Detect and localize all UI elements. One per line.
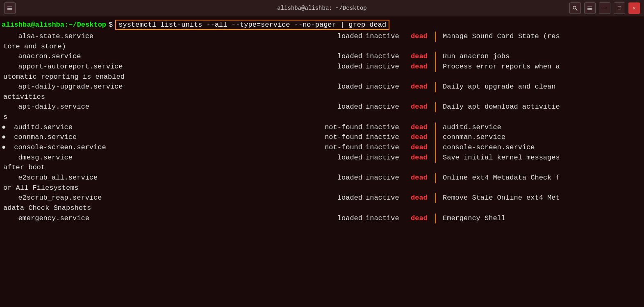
active-status: inactive [362,32,407,42]
sub-status: dead [407,62,436,72]
active-status: inactive [362,214,407,224]
titlebar-left-controls [4,2,16,14]
svg-rect-7 [587,9,592,10]
load-status: loaded [313,193,362,203]
bullet [2,102,10,112]
unit-name: dmesg.service [10,153,313,163]
terminal-row: e2scrub_all.serviceloadedinactivedeadOnl… [2,173,642,183]
description: Remove Stale Online ext4 Met [436,193,560,203]
bullet: ● [2,123,10,133]
unit-name: anacron.service [10,52,313,62]
window: alishba@alishba: ~/Desktop — □ ✕ al [0,0,644,307]
sub-status: dead [407,173,436,183]
description: Save initial kernel messages [436,153,560,163]
load-status: loaded [313,173,362,183]
load-status: loaded [313,62,362,72]
sub-status: dead [407,143,436,153]
bullet [2,82,10,92]
svg-rect-5 [587,7,592,7]
load-status: loaded [313,32,362,42]
terminal-row: anacron.serviceloadedinactivedeadRun ana… [2,52,642,62]
sub-status: dead [407,153,436,163]
active-status: inactive [362,102,407,112]
sub-status: dead [407,123,436,133]
bullet [2,153,10,163]
load-status: not-found [313,143,362,153]
prompt-user: alishba@alishba [2,21,64,29]
svg-rect-1 [7,8,12,9]
terminal-row: alsa-state.serviceloadedinactivedeadMana… [2,32,642,42]
bullet: ● [2,143,10,153]
svg-rect-2 [7,9,12,10]
bullet [2,32,10,42]
terminal-row: ● connman.servicenot-foundinactivedeadco… [2,132,642,143]
menu-button[interactable] [584,2,596,14]
bullet [2,173,10,183]
active-status: inactive [362,193,407,203]
command-text: systemctl list-units --all --type=servic… [115,20,389,30]
active-status: inactive [362,123,407,133]
unit-name: console-screen.service [10,143,313,153]
description: auditd.service [436,123,501,133]
minimize-button[interactable]: — [599,2,610,14]
bullet [2,62,10,72]
active-status: inactive [362,132,407,143]
svg-point-3 [573,6,576,9]
unit-name: alsa-state.service [10,32,313,42]
description: connman.service [436,132,505,143]
description: console-screen.service [436,143,535,153]
unit-name: connman.service [10,132,313,143]
maximize-button[interactable]: □ [614,2,625,14]
sub-status: dead [407,52,436,62]
unit-name: auditd.service [10,123,313,133]
load-status: loaded [313,153,362,163]
description: Daily apt upgrade and clean [436,82,555,92]
description: Online ext4 Metadata Check f [436,173,560,183]
description: Emergency Shell [436,214,505,224]
terminal-row: apport-autoreport.serviceloadedinactived… [2,62,642,72]
load-status: not-found [313,123,362,133]
unit-name: emergency.service [10,214,313,224]
bullet [2,214,10,224]
load-status: loaded [313,102,362,112]
window-title: alishba@alishba: ~/Desktop [277,5,366,11]
unit-name: apt-daily.service [10,102,313,112]
terminal-row: apt-daily.serviceloadedinactivedeadDaily… [2,102,642,112]
sub-status: dead [407,214,436,224]
active-status: inactive [362,143,407,153]
description: Process error reports when a [436,62,560,72]
active-status: inactive [362,82,407,92]
svg-rect-0 [7,7,12,7]
titlebar: alishba@alishba: ~/Desktop — □ ✕ [0,0,644,16]
terminal-row: apt-daily-upgrade.serviceloadedinactived… [2,82,642,92]
terminal-row: emergency.serviceloadedinactivedeadEmerg… [2,214,642,224]
description: Manage Sound Card State (res [436,32,560,42]
terminal-output: alsa-state.serviceloadedinactivedeadMana… [0,31,644,224]
load-status: loaded [313,82,362,92]
window-controls: — □ ✕ [569,2,640,14]
terminal-row: e2scrub_reap.serviceloadedinactivedeadRe… [2,193,642,203]
bullet: ● [2,132,10,143]
description: Run anacron jobs [436,52,510,62]
terminal-row: tore and store) [2,42,642,52]
active-status: inactive [362,52,407,62]
active-status: inactive [362,62,407,72]
active-status: inactive [362,153,407,163]
terminal-row: activities [2,92,642,102]
load-status: not-found [313,132,362,143]
sub-status: dead [407,102,436,112]
terminal-body[interactable]: alishba@alishba :~/Desktop $ systemctl l… [0,16,644,307]
app-icon-button[interactable] [4,2,16,14]
search-button[interactable] [569,2,581,14]
terminal-row: after boot [2,163,642,173]
unit-name: e2scrub_reap.service [10,193,313,203]
terminal-row: or All Filesystems [2,183,642,193]
unit-name: apport-autoreport.service [10,62,313,72]
close-button[interactable]: ✕ [628,2,640,14]
active-status: inactive [362,173,407,183]
svg-rect-6 [587,8,592,9]
prompt-dollar: $ [109,21,113,29]
sub-status: dead [407,32,436,42]
bullet [2,52,10,62]
load-status: loaded [313,214,362,224]
